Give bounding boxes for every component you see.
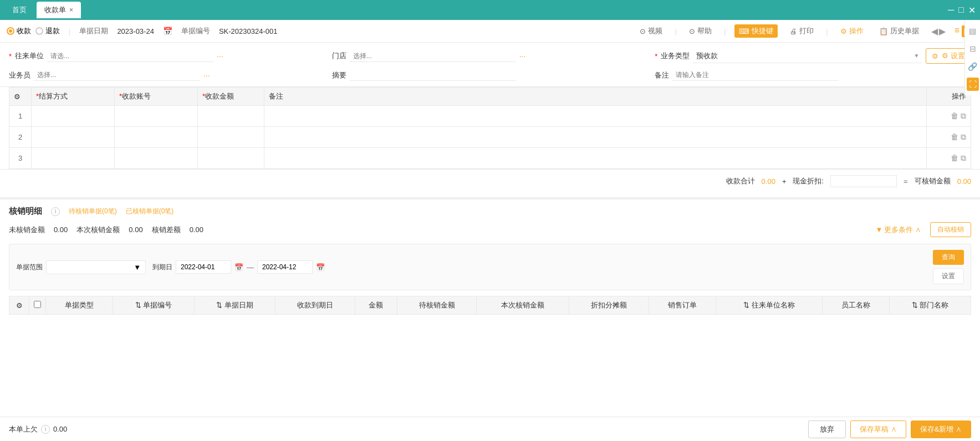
- row-1-copy-icon[interactable]: ⧉: [961, 111, 966, 120]
- nav-next-btn[interactable]: ▶: [939, 26, 946, 37]
- calendar-icon[interactable]: 📅: [163, 27, 172, 35]
- col-settings[interactable]: ⚙: [9, 88, 32, 106]
- store-input[interactable]: [350, 50, 516, 62]
- row-1-remark[interactable]: [264, 106, 927, 127]
- row-2-amount[interactable]: [198, 127, 264, 148]
- row-2-account[interactable]: [115, 127, 198, 148]
- shortcut-btn[interactable]: ⌨ 快捷键: [734, 24, 778, 38]
- date-from-calendar-icon[interactable]: 📅: [234, 263, 243, 271]
- sidebar-note-icon[interactable]: ⊟: [967, 42, 978, 55]
- main-content: 收款 退款 | 单据日期 2023-03-24 📅 单据编号 SK-202303…: [0, 20, 980, 441]
- wcol-staff: 员工名称: [823, 296, 890, 315]
- bottom-left: 本单上欠 i 0.00: [9, 424, 67, 434]
- counterpart-input[interactable]: [47, 50, 213, 62]
- date-to-calendar-icon[interactable]: 📅: [316, 263, 325, 271]
- writeoff-table: ⚙ 单据类型 ⇅ 单据编号 ⇅ 单据日期 收款到期日 金额 待核销金额 本次核销…: [9, 296, 971, 315]
- receipt-radio[interactable]: 收款: [7, 26, 31, 36]
- date-from-input[interactable]: [176, 260, 231, 274]
- date-to-input[interactable]: [257, 260, 313, 274]
- store-more-icon[interactable]: ···: [519, 52, 526, 60]
- form-row-1: * 往来单位 ··· 门店 ··· * 业务类型 预收款 ▼ ⚙ ⚙ 设置: [9, 48, 971, 64]
- row-2-copy-icon[interactable]: ⧉: [961, 132, 966, 141]
- staff-input[interactable]: [34, 69, 200, 81]
- row-3-remark[interactable]: [264, 148, 927, 169]
- bottom-total-value: 0.00: [53, 425, 67, 433]
- pending-tab[interactable]: 待核销单据(0笔): [69, 207, 117, 216]
- divider-4: |: [826, 27, 828, 35]
- receipts-table: ⚙ *结算方式 *收款账号 *收款金额 备注 操作 1 🗑: [9, 87, 971, 169]
- filter-icon: ▼: [876, 225, 883, 234]
- history-btn[interactable]: 📋 历史单据: [876, 24, 922, 38]
- nav-prev-btn[interactable]: ◀: [931, 26, 938, 37]
- row-1-amount[interactable]: [198, 106, 264, 127]
- row-1-account[interactable]: [115, 106, 198, 127]
- available-label: 可核销金额: [915, 176, 951, 186]
- row-3-copy-icon[interactable]: ⧉: [961, 153, 966, 162]
- sidebar-table-icon[interactable]: ▤: [967, 24, 978, 38]
- bottom-info-icon[interactable]: i: [41, 425, 50, 434]
- row-3-delete-icon[interactable]: 🗑: [951, 153, 958, 162]
- sidebar-expand-icon[interactable]: ⛶: [967, 78, 979, 91]
- save-draft-btn[interactable]: 保存草稿 ∧: [850, 421, 906, 438]
- available-value: 0.00: [957, 177, 971, 186]
- help-btn[interactable]: ⊙ 帮助: [686, 24, 715, 38]
- diff-value: 0.00: [190, 225, 203, 234]
- gear-icon: ⚙: [14, 93, 21, 101]
- maximize-btn[interactable]: □: [958, 5, 964, 15]
- table-row: 2 🗑 ⧉: [9, 127, 971, 148]
- remark-label: 备注: [655, 70, 669, 80]
- discount-input[interactable]: [830, 175, 897, 187]
- refund-radio[interactable]: 退款: [35, 26, 60, 36]
- action-btn[interactable]: ⚙ 操作: [837, 24, 867, 38]
- row-2-remark[interactable]: [264, 127, 927, 148]
- row-2-settlement[interactable]: [32, 127, 115, 148]
- wcol-type: 单据类型: [46, 296, 113, 315]
- row-2-delete-icon[interactable]: 🗑: [951, 132, 958, 141]
- video-btn[interactable]: ⊙ 视频: [636, 24, 666, 38]
- close-btn[interactable]: ✕: [968, 5, 976, 16]
- date-filter-field: 到期日 📅 — 📅: [152, 260, 325, 274]
- writeoff-info-icon[interactable]: i: [51, 207, 60, 216]
- data-table-section: ⚙ *结算方式 *收款账号 *收款金额 备注 操作 1 🗑: [0, 87, 980, 169]
- row-1-delete-icon[interactable]: 🗑: [951, 111, 958, 120]
- minimize-btn[interactable]: ─: [948, 5, 954, 15]
- tab-close-btn[interactable]: ×: [69, 6, 73, 14]
- business-type-required: *: [655, 52, 657, 60]
- done-tab[interactable]: 已核销单据(0笔): [126, 207, 174, 216]
- row-3-account[interactable]: [115, 148, 198, 169]
- store-field: 门店 ···: [332, 50, 649, 62]
- staff-more-icon[interactable]: ···: [203, 71, 210, 80]
- sidebar-link-icon[interactable]: 🔗: [966, 60, 979, 73]
- select-all-checkbox[interactable]: [34, 301, 41, 308]
- total-value: 0.00: [762, 177, 775, 186]
- col-settlement: *结算方式: [32, 88, 115, 106]
- wcol-settings[interactable]: ⚙: [9, 296, 29, 315]
- video-icon: ⊙: [640, 27, 646, 35]
- business-type-value: 预收款: [696, 51, 718, 61]
- row-3-amount[interactable]: [198, 148, 264, 169]
- form-row-2: 业务员 ··· 摘要 备注: [9, 69, 971, 81]
- abandon-btn[interactable]: 放弃: [808, 421, 846, 438]
- query-btn[interactable]: 查询: [933, 250, 964, 265]
- row-1-settlement[interactable]: [32, 106, 115, 127]
- toolbar-row: 收款 退款 | 单据日期 2023-03-24 📅 单据编号 SK-202303…: [0, 20, 980, 43]
- range-select[interactable]: ▼: [46, 260, 146, 274]
- filter-settings-btn[interactable]: 设置: [933, 268, 964, 284]
- auto-writeoff-btn[interactable]: 自动核销: [930, 222, 971, 237]
- wcol-checkbox[interactable]: [29, 296, 46, 315]
- list-view-btn[interactable]: ≡: [955, 25, 959, 37]
- settings-icon: ⚙: [932, 52, 938, 60]
- business-type-select[interactable]: 预收款 ▼: [693, 49, 922, 63]
- tab-home[interactable]: 首页: [4, 2, 34, 18]
- print-btn[interactable]: 🖨 打印: [787, 24, 817, 38]
- summary-input[interactable]: [350, 69, 516, 81]
- row-3-settlement[interactable]: [32, 148, 115, 169]
- discount-label: 现金折扣:: [793, 176, 824, 186]
- save-new-btn[interactable]: 保存&新增 ∧: [911, 421, 971, 438]
- more-conditions-btn[interactable]: ▼ 更多条件 ∧: [876, 225, 922, 235]
- table-header-row: ⚙ *结算方式 *收款账号 *收款金额 备注 操作: [9, 88, 971, 106]
- tab-active[interactable]: 收款单 ×: [37, 2, 81, 18]
- counterpart-more-icon[interactable]: ···: [217, 52, 223, 60]
- remark-input[interactable]: [672, 69, 839, 81]
- col-account: *收款账号: [115, 88, 198, 106]
